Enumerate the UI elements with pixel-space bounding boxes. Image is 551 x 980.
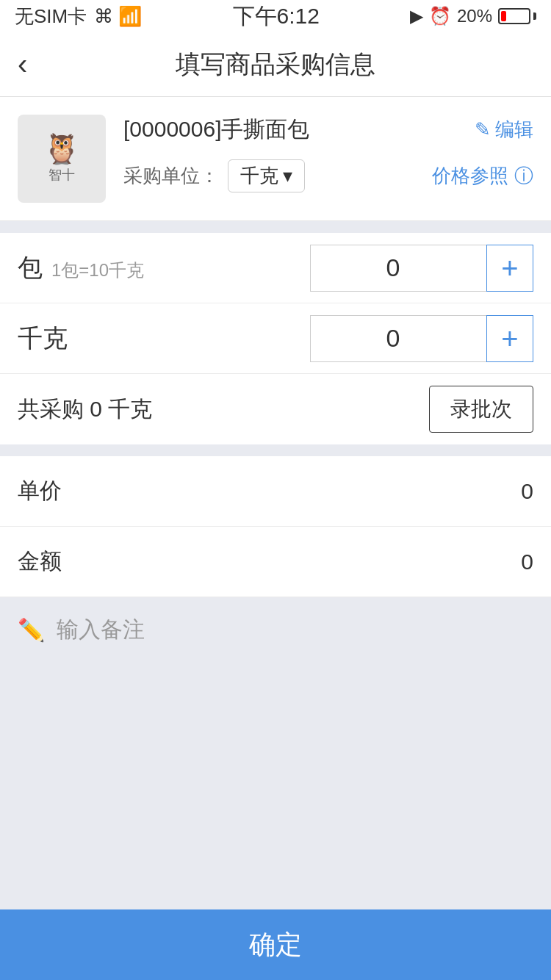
amount-label: 金额 bbox=[18, 547, 62, 577]
bao-input[interactable] bbox=[310, 245, 486, 292]
amount-row: 金额 0 bbox=[0, 527, 551, 597]
product-info: [0000006]手撕面包 ✎ 编辑 采购单位： 千克 ▾ bbox=[123, 115, 533, 192]
bao-plus-button[interactable]: + bbox=[486, 245, 533, 292]
price-ref-label: 价格参照 bbox=[432, 163, 508, 189]
product-logo: 🦉 bbox=[43, 134, 80, 163]
product-logo-text: 智十 bbox=[48, 166, 75, 184]
note-section[interactable]: ✏️ 输入备注 bbox=[0, 597, 551, 663]
wifi-icon: ⌘ 📶 bbox=[94, 5, 142, 28]
kg-row: 千克 + bbox=[0, 303, 551, 374]
summary-row: 共采购 0 千克 录批次 bbox=[0, 374, 551, 444]
nav-bar: ‹ 填写商品采购信息 bbox=[0, 32, 551, 97]
battery-percent: 20% bbox=[457, 6, 492, 26]
input-section: 包 1包=10千克 + 千克 + bbox=[0, 233, 551, 374]
help-icon: ⓘ bbox=[514, 163, 533, 189]
price-ref-button[interactable]: 价格参照 ⓘ bbox=[432, 163, 533, 189]
batch-button[interactable]: 录批次 bbox=[429, 386, 533, 433]
battery-icon bbox=[498, 8, 536, 24]
status-right: ▶ ⏰ 20% bbox=[410, 6, 536, 26]
unit-price-label: 单价 bbox=[18, 476, 62, 506]
bao-label: 包 bbox=[18, 251, 43, 285]
product-card: 🦉 智十 [0000006]手撕面包 ✎ 编辑 采购单位： 千克 bbox=[0, 97, 551, 221]
page-title: 填写商品采购信息 bbox=[176, 48, 375, 82]
bao-row: 包 1包=10千克 + bbox=[0, 233, 551, 303]
chevron-down-icon: ▾ bbox=[283, 165, 292, 187]
product-image: 🦉 智十 bbox=[18, 115, 106, 203]
unit-price-row: 单价 0 bbox=[0, 456, 551, 527]
unit-value: 千克 bbox=[240, 163, 278, 189]
amount-value: 0 bbox=[521, 550, 533, 574]
note-placeholder: 输入备注 bbox=[57, 615, 145, 645]
kg-input[interactable] bbox=[310, 315, 486, 362]
unit-select[interactable]: 千克 ▾ bbox=[228, 159, 305, 192]
bao-sub-label: 1包=10千克 bbox=[51, 259, 144, 282]
time-label: 下午6:12 bbox=[233, 1, 320, 32]
edit-button[interactable]: ✎ 编辑 bbox=[475, 117, 533, 143]
unit-price-value: 0 bbox=[521, 479, 533, 504]
confirm-button[interactable]: 确定 bbox=[0, 909, 551, 980]
alarm-icon: ⏰ bbox=[429, 6, 451, 26]
section-divider-2 bbox=[0, 444, 551, 456]
status-bar: 无SIM卡 ⌘ 📶 下午6:12 ▶ ⏰ 20% bbox=[0, 0, 551, 32]
edit-label: 编辑 bbox=[495, 117, 533, 143]
product-name: [0000006]手撕面包 bbox=[123, 115, 309, 145]
price-section: 单价 0 金额 0 bbox=[0, 456, 551, 597]
edit-icon: ✎ bbox=[475, 118, 491, 141]
kg-plus-button[interactable]: + bbox=[486, 315, 533, 362]
location-icon: ▶ bbox=[410, 6, 423, 26]
purchase-unit-label: 采购单位： bbox=[123, 163, 219, 189]
carrier-label: 无SIM卡 bbox=[15, 4, 87, 29]
kg-label: 千克 bbox=[18, 322, 68, 356]
summary-text: 共采购 0 千克 bbox=[18, 394, 152, 425]
section-divider-1 bbox=[0, 221, 551, 233]
back-button[interactable]: ‹ bbox=[18, 48, 27, 81]
status-left: 无SIM卡 ⌘ 📶 bbox=[15, 4, 142, 29]
pencil-icon: ✏️ bbox=[18, 617, 45, 643]
